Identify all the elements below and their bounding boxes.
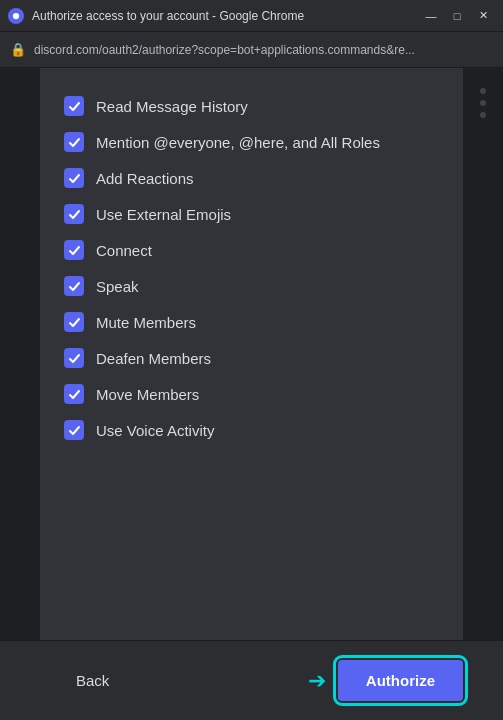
back-button[interactable]: Back [60, 664, 125, 697]
checkbox-speak[interactable] [64, 276, 84, 296]
checkbox-mute-members[interactable] [64, 312, 84, 332]
checkbox-use-voice-activity[interactable] [64, 420, 84, 440]
checkbox-use-external-emojis[interactable] [64, 204, 84, 224]
permission-label-add-reactions: Add Reactions [96, 170, 194, 187]
permission-label-use-external-emojis: Use External Emojis [96, 206, 231, 223]
permissions-list: Read Message History Mention @everyone, … [40, 68, 463, 640]
dot-decoration [480, 88, 486, 94]
checkbox-add-reactions[interactable] [64, 168, 84, 188]
permission-item-mute-members: Mute Members [64, 304, 439, 340]
permission-item-move-members: Move Members [64, 376, 439, 412]
bottom-bar: Back ➔ Authorize [0, 640, 503, 720]
right-panel [463, 68, 503, 640]
dot-decoration [480, 100, 486, 106]
permission-item-deafen-members: Deafen Members [64, 340, 439, 376]
window-controls: — □ ✕ [419, 6, 495, 26]
url-display: discord.com/oauth2/authorize?scope=bot+a… [34, 43, 493, 57]
permission-item-mention-everyone: Mention @everyone, @here, and All Roles [64, 124, 439, 160]
permission-item-speak: Speak [64, 268, 439, 304]
permission-label-move-members: Move Members [96, 386, 199, 403]
app-icon [8, 8, 24, 24]
permission-label-use-voice-activity: Use Voice Activity [96, 422, 214, 439]
address-bar: 🔒 discord.com/oauth2/authorize?scope=bot… [0, 32, 503, 68]
checkbox-read-message-history[interactable] [64, 96, 84, 116]
svg-point-0 [13, 12, 19, 18]
permission-label-deafen-members: Deafen Members [96, 350, 211, 367]
authorize-button[interactable]: Authorize [338, 660, 463, 701]
checkbox-move-members[interactable] [64, 384, 84, 404]
lock-icon: 🔒 [10, 42, 26, 57]
window-title: Authorize access to your account - Googl… [32, 9, 419, 23]
permission-label-connect: Connect [96, 242, 152, 259]
arrow-area: ➔ Authorize [308, 660, 463, 701]
title-bar: Authorize access to your account - Googl… [0, 0, 503, 32]
permission-item-connect: Connect [64, 232, 439, 268]
checkbox-deafen-members[interactable] [64, 348, 84, 368]
permission-label-read-message-history: Read Message History [96, 98, 248, 115]
permission-item-use-voice-activity: Use Voice Activity [64, 412, 439, 448]
permission-label-mute-members: Mute Members [96, 314, 196, 331]
minimize-button[interactable]: — [419, 6, 443, 26]
checkbox-mention-everyone[interactable] [64, 132, 84, 152]
maximize-button[interactable]: □ [445, 6, 469, 26]
arrow-icon: ➔ [308, 668, 326, 694]
close-button[interactable]: ✕ [471, 6, 495, 26]
permission-item-add-reactions: Add Reactions [64, 160, 439, 196]
dot-decoration [480, 112, 486, 118]
permission-label-speak: Speak [96, 278, 139, 295]
permission-item-use-external-emojis: Use External Emojis [64, 196, 439, 232]
permission-item-read-message-history: Read Message History [64, 88, 439, 124]
permission-label-mention-everyone: Mention @everyone, @here, and All Roles [96, 134, 380, 151]
left-panel [0, 68, 40, 640]
checkbox-connect[interactable] [64, 240, 84, 260]
